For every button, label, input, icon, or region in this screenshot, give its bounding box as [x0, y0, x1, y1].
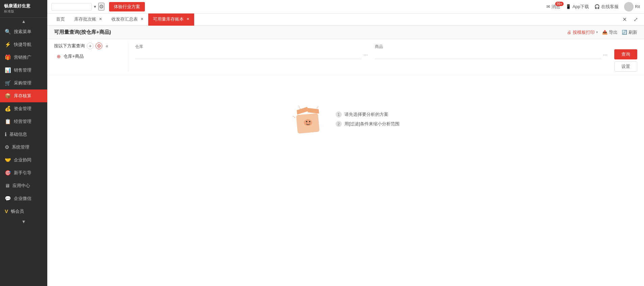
- topbar-app-download[interactable]: 📱 App下载: [566, 4, 589, 10]
- sidebar-item-marketing[interactable]: 🎁 营销推广: [0, 51, 47, 64]
- empty-hint-2: 2 用[过滤]条件来缩小分析范围: [336, 121, 400, 127]
- app-name: 畅康通好生意: [4, 3, 43, 9]
- sidebar-item-label: 资金管理: [14, 106, 31, 112]
- sidebar-logo: 畅康通好生意 标准版: [0, 0, 47, 18]
- sidebar-item-finance[interactable]: 💰 资金管理: [0, 102, 47, 115]
- search-icon: 🔍: [5, 29, 11, 35]
- printer-icon: 🖨: [567, 30, 571, 35]
- sidebar-item-label: 企业协同: [14, 157, 31, 163]
- sidebar-item-enterprise[interactable]: 🤝 企业协同: [0, 154, 47, 166]
- target-icon: 🎯: [5, 170, 11, 176]
- export-btn[interactable]: 📤 导出: [602, 29, 618, 35]
- warehouse-input[interactable]: [135, 51, 361, 59]
- sidebar-item-sales[interactable]: 📊 销售管理: [0, 64, 47, 77]
- tab-close-all-btn[interactable]: ✕: [620, 16, 629, 23]
- sidebar-item-label: 畅会员: [11, 208, 24, 214]
- sidebar-item-app-center[interactable]: 🖥 应用中心: [0, 179, 47, 192]
- svg-point-3: [304, 119, 312, 126]
- filter-settings-btn[interactable]: 设置: [614, 61, 637, 72]
- tab-home[interactable]: 首页: [51, 14, 70, 26]
- svg-point-4: [306, 121, 307, 122]
- hint-text-2: 用[过滤]条件来缩小分析范围: [344, 121, 400, 127]
- sidebar-item-basic-info[interactable]: ℹ 基础信息: [0, 128, 47, 141]
- sidebar-item-label: 采购管理: [14, 80, 31, 86]
- filter-scheme-panel: 按以下方案查询 + ⚙ « ⊕ 仓库+商品: [54, 43, 128, 72]
- headset-icon: 🎧: [594, 4, 600, 9]
- topbar-message[interactable]: ✉ 消息 99+: [546, 4, 560, 10]
- topbar-user[interactable]: Rit: [624, 2, 640, 11]
- sidebar: 畅康通好生意 标准版 ▲ 🔍 搜索菜单 ⚡ 快捷导航 🎁 营销推广 📊 销售管理…: [0, 0, 47, 286]
- sidebar-item-label: 搜索菜单: [14, 29, 31, 35]
- chevron-down-icon[interactable]: ▾: [596, 30, 598, 34]
- page-header: 可用量查询(按仓库+商品) 🖨 按模板打印 ▾ 📤 导出 🔄 刷新: [47, 26, 644, 39]
- empty-state: 1 请先选择要分析的方案 2 用[过滤]条件来缩小分析范围: [47, 75, 644, 163]
- sidebar-item-wecom[interactable]: 💬 企业微信: [0, 192, 47, 205]
- online-service-label: 在线客服: [601, 4, 619, 10]
- sidebar-item-newbie[interactable]: 🎯 新手引导: [0, 166, 47, 179]
- empty-state-content: 1 请先选择要分析的方案 2 用[过滤]条件来缩小分析范围: [292, 102, 400, 136]
- scheme-settings-btn[interactable]: ⚙: [96, 43, 102, 49]
- vip-icon: V: [5, 208, 8, 214]
- query-actions: 查询 设置: [614, 43, 637, 72]
- tab-stock-summary-close[interactable]: ✕: [140, 17, 144, 21]
- topbar-search-input[interactable]: [51, 3, 92, 10]
- tab-available-stock[interactable]: 可用量库存账本 ✕: [148, 14, 194, 26]
- sidebar-item-system[interactable]: ⚙ 系统管理: [0, 141, 47, 154]
- sidebar-scroll-up[interactable]: ▲: [0, 18, 47, 25]
- trial-industry-btn[interactable]: 体验行业方案: [109, 2, 145, 11]
- goods-more-btn[interactable]: ···: [603, 52, 608, 58]
- username-label: Rit: [635, 4, 640, 9]
- tab-home-label: 首页: [56, 16, 65, 22]
- chart-icon: 📊: [5, 67, 11, 73]
- topbar-online-service[interactable]: 🎧 在线客服: [594, 4, 619, 10]
- goods-label: 商品: [375, 44, 608, 50]
- filter-scheme-header: 按以下方案查询 + ⚙ «: [54, 43, 123, 49]
- topbar-dropdown-btn[interactable]: ▾: [94, 4, 96, 9]
- box-icon: 📦: [5, 93, 11, 99]
- message-badge: 99+: [555, 2, 564, 6]
- scheme-icon: ⊕: [57, 54, 61, 59]
- chat-icon: 💬: [5, 196, 11, 202]
- sidebar-item-label: 新手引导: [14, 170, 31, 176]
- sidebar-item-members[interactable]: V 畅会员: [0, 205, 47, 218]
- sidebar-item-label: 销售管理: [14, 67, 31, 73]
- page-header-actions: 🖨 按模板打印 ▾ 📤 导出 🔄 刷新: [567, 29, 637, 35]
- warehouse-label: 仓库: [135, 44, 368, 50]
- export-icon: 📤: [602, 30, 608, 35]
- sidebar-item-label: 营销推广: [14, 54, 31, 60]
- tab-expand-btn[interactable]: ⤢: [632, 16, 640, 23]
- tab-available-stock-close[interactable]: ✕: [186, 17, 189, 21]
- goods-input[interactable]: [375, 51, 601, 59]
- sidebar-item-inventory[interactable]: 📦 库存核算: [0, 89, 47, 102]
- tab-inventory-batch-close[interactable]: ✕: [99, 17, 102, 21]
- desktop-icon: 🖥: [5, 183, 10, 188]
- sidebar-item-purchase[interactable]: 🛒 采购管理: [0, 77, 47, 89]
- refresh-btn[interactable]: 🔄 刷新: [622, 29, 637, 35]
- sidebar-scroll-down[interactable]: ▼: [0, 218, 47, 226]
- filter-warehouse-input-row: ···: [135, 51, 368, 59]
- phone-icon: 📱: [566, 4, 571, 9]
- scheme-label: 按以下方案查询: [54, 43, 85, 49]
- collapse-filter-btn[interactable]: «: [106, 43, 108, 49]
- flash-icon: ⚡: [5, 42, 11, 48]
- scheme-item-warehouse-goods[interactable]: ⊕ 仓库+商品: [54, 52, 123, 61]
- tab-inventory-batch[interactable]: 库存批次账 ✕: [70, 14, 107, 26]
- tab-stock-summary[interactable]: 收发存汇总表 ✕: [107, 14, 148, 26]
- add-scheme-btn[interactable]: +: [87, 43, 94, 49]
- sidebar-item-operations[interactable]: 📋 经营管理: [0, 115, 47, 128]
- sidebar-item-search[interactable]: 🔍 搜索菜单: [0, 25, 47, 38]
- sidebar-item-label: 基础信息: [9, 131, 27, 137]
- empty-illustration: [292, 102, 326, 136]
- query-btn[interactable]: 查询: [614, 49, 637, 59]
- template-print-btn[interactable]: 🖨 按模板打印 ▾: [567, 29, 598, 35]
- tab-inventory-batch-label: 库存批次账: [74, 16, 96, 22]
- warehouse-more-btn[interactable]: ···: [363, 52, 368, 58]
- sidebar-item-label: 快捷导航: [14, 42, 31, 48]
- gear-icon: ⚙: [5, 144, 9, 150]
- svg-line-6: [299, 106, 300, 109]
- sidebar-item-label: 企业微信: [14, 196, 31, 202]
- app-version: 标准版: [4, 9, 43, 14]
- page-title: 可用量查询(按仓库+商品): [54, 29, 111, 35]
- topbar-gear-btn[interactable]: ⚙: [98, 3, 104, 10]
- sidebar-item-quick-nav[interactable]: ⚡ 快捷导航: [0, 38, 47, 51]
